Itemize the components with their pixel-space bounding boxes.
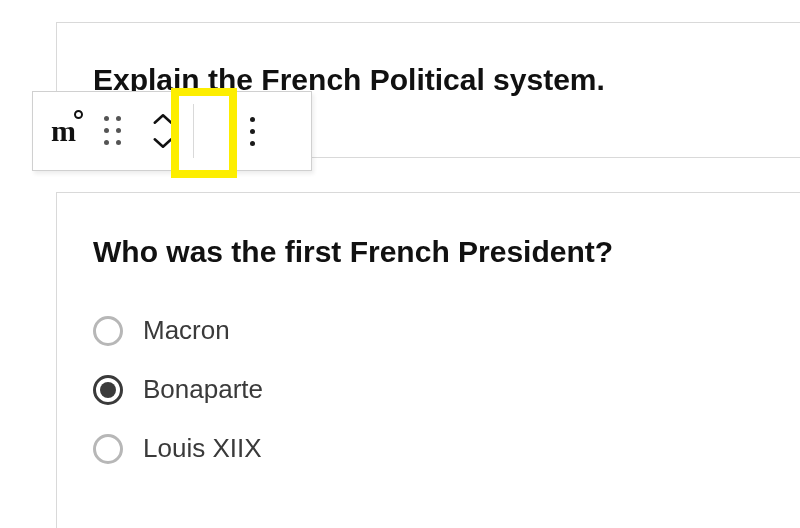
block-type-button[interactable]: m: [33, 92, 93, 170]
block-question: Who was the first French President? Macr…: [56, 192, 800, 528]
option-label: Macron: [143, 315, 230, 346]
chevron-down-icon: [152, 136, 174, 150]
option-label: Louis XIIX: [143, 433, 262, 464]
radio-button[interactable]: [93, 375, 123, 405]
option-label: Bonaparte: [143, 374, 263, 405]
block-toolbar: m: [32, 91, 312, 171]
drag-handle[interactable]: [93, 92, 133, 170]
options-list: Macron Bonaparte Louis XIIX: [93, 315, 263, 492]
option-row[interactable]: Macron: [93, 315, 263, 346]
question-text: Who was the first French President?: [93, 235, 613, 269]
radio-button[interactable]: [93, 316, 123, 346]
option-row[interactable]: Bonaparte: [93, 374, 263, 405]
more-options-button[interactable]: [194, 92, 311, 170]
radio-button[interactable]: [93, 434, 123, 464]
move-down-button[interactable]: [152, 136, 174, 150]
move-up-button[interactable]: [152, 112, 174, 126]
more-vertical-icon: [250, 117, 255, 146]
drag-icon: [104, 116, 122, 146]
option-row[interactable]: Louis XIIX: [93, 433, 263, 464]
mentimeter-icon: m: [51, 114, 75, 148]
chevron-up-icon: [152, 112, 174, 126]
